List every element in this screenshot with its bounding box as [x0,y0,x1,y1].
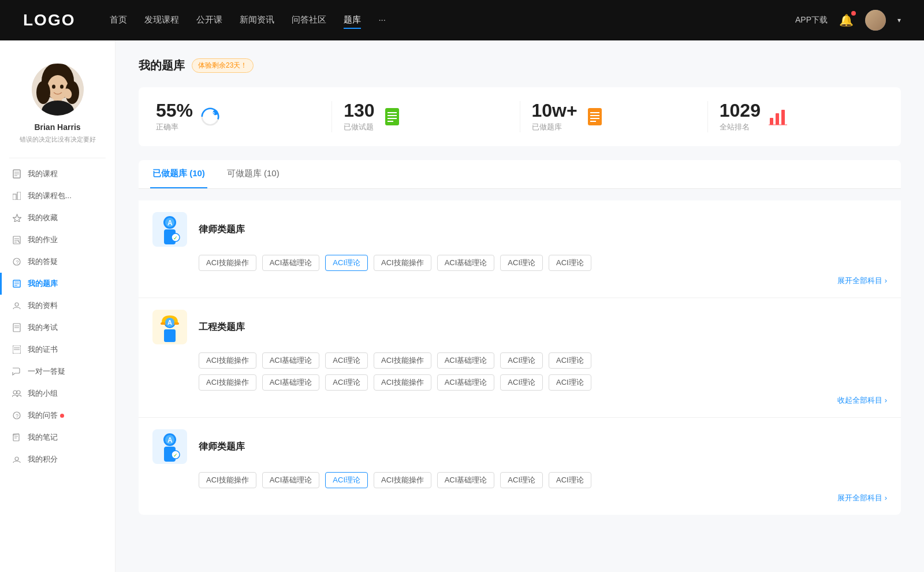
qbank-tag[interactable]: ACI理论 [549,352,591,369]
sidebar-item-certificate[interactable]: 我的证书 [0,339,115,361]
qbank-tag[interactable]: ACI理论 [549,255,591,271]
qbank-item-header: A ✓ 律师类题库 [152,429,887,464]
sidebar-item-label: 我的证书 [28,344,58,355]
qbank-tag[interactable]: ACI理论 [325,374,368,391]
stat-value: 1029 [720,101,761,120]
qbank-tag[interactable]: ACI理论 [500,472,543,488]
nav-home[interactable]: 首页 [110,12,127,29]
qbank-tag[interactable]: ACI技能操作 [374,255,431,271]
svg-rect-14 [13,194,16,200]
stat-label: 已做题库 [532,122,578,132]
qbank-item-header: A 工程类题库 [152,310,887,344]
sidebar-item-profile[interactable]: 我的资料 [0,295,115,317]
qa-icon: ? [12,257,22,267]
qbank-tag[interactable]: ACI理论 [500,255,543,271]
sidebar-item-exam[interactable]: 我的考试 [0,317,115,339]
sidebar-item-label: 我的作业 [28,235,58,245]
collapse-label: 收起全部科目 [837,396,882,404]
bell-icon: 🔔 [839,14,854,27]
stats-card: 55% 正确率 55 130 已做试题 [139,87,901,146]
stat-value: 10w+ [532,101,578,120]
sidebar-item-qa[interactable]: ? 我的答疑 [0,251,115,273]
qbank-tag[interactable]: ACI基础理论 [262,472,320,488]
qbank-avatar-lawyer: A ✓ [152,212,187,247]
sidebar-item-label: 我的积分 [28,454,58,465]
qbank-expand-2[interactable]: 展开全部科目 › [152,493,887,503]
svg-marker-16 [13,214,21,222]
qbank-tag[interactable]: ACI基础理论 [437,352,495,369]
stat-value: 130 [344,101,374,120]
sidebar-item-courses[interactable]: 我的课程 [0,163,115,185]
qbank-tag-active[interactable]: ACI理论 [325,472,368,488]
nav-opencourse[interactable]: 公开课 [196,12,222,29]
sidebar-item-course-packages[interactable]: 我的课程包... [0,185,115,207]
app-download-button[interactable]: APP下载 [795,15,828,25]
sidebar-item-1on1[interactable]: 一对一答疑 [0,361,115,382]
qbank-tag[interactable]: ACI理论 [549,472,591,488]
tab-available[interactable]: 可做题库 (10) [225,160,282,188]
sidebar-item-label: 我的收藏 [28,213,58,223]
svg-text:✓: ✓ [173,235,178,241]
stat-done-questions: 130 已做试题 [344,101,520,132]
svg-rect-58 [770,118,773,125]
qbank-tag[interactable]: ACI基础理论 [437,472,495,488]
sidebar-item-label: 我的课程包... [28,191,72,201]
packages-icon [12,191,22,201]
nav-news[interactable]: 新闻资讯 [240,12,274,29]
notes-icon [12,432,22,443]
qbank-item-engineer: A 工程类题库 ACI技能操作 ACI基础理论 ACI理论 ACI技能操作 AC… [139,298,901,418]
sidebar-item-my-qa[interactable]: ? 我的问答 [0,404,115,426]
qbank-tag[interactable]: ACI理论 [500,374,543,391]
qbank-expand[interactable]: 展开全部科目 › [152,276,887,286]
qbank-tag[interactable]: ACI基础理论 [262,374,320,391]
svg-text:A: A [167,319,172,326]
qbank-item-header: A ✓ 律师类题库 [152,212,887,247]
qbank-tag[interactable]: ACI基础理论 [437,255,495,271]
qbank-tag[interactable]: ACI基础理论 [262,352,320,369]
svg-text:?: ? [16,259,19,265]
one-on-one-icon [12,366,22,377]
qbank-tag[interactable]: ACI理论 [500,352,543,369]
qbank-tag[interactable]: ACI技能操作 [374,352,431,369]
qbank-tag-active[interactable]: ACI理论 [325,255,368,271]
main-layout: Brian Harris 错误的决定比没有决定要好 我的课程 我的课程包... [0,40,924,572]
qbank-tag[interactable]: ACI基础理论 [437,374,495,391]
qbank-tag[interactable]: ACI技能操作 [374,374,431,391]
notification-bell[interactable]: 🔔 [839,13,854,27]
nav-qbank[interactable]: 题库 [344,12,361,29]
qbank-tag[interactable]: ACI基础理论 [262,255,320,271]
sidebar-item-qbank[interactable]: 我的题库 [0,273,115,295]
nav-more[interactable]: ··· [378,12,386,29]
sidebar-item-favorites[interactable]: 我的收藏 [0,207,115,229]
qbank-collapse[interactable]: 收起全部科目 › [152,395,887,406]
points-icon [12,454,22,465]
sidebar-item-label: 一对一答疑 [28,366,65,377]
qbank-tag[interactable]: ACI技能操作 [199,352,256,369]
qbank-tag[interactable]: ACI技能操作 [374,472,431,488]
sidebar-item-label: 我的课程 [28,169,58,179]
sidebar-item-notes[interactable]: 我的笔记 [0,426,115,448]
avatar-chevron-icon[interactable]: ▾ [897,16,901,24]
qbank-title: 工程类题库 [199,321,245,333]
sidebar-item-points[interactable]: 我的积分 [0,448,115,470]
group-icon [12,388,22,399]
svg-point-43 [15,457,18,460]
qbank-tags: ACI技能操作 ACI基础理论 ACI理论 ACI技能操作 ACI基础理论 AC… [199,472,887,488]
tab-done[interactable]: 已做题库 (10) [150,160,207,188]
qbank-tag[interactable]: ACI理论 [325,352,368,369]
nav-menu: 首页 发现课程 公开课 新闻资讯 问答社区 题库 ··· [110,12,795,29]
qbank-tag[interactable]: ACI技能操作 [199,374,256,391]
qbank-tag[interactable]: ACI技能操作 [199,255,256,271]
nav-discover[interactable]: 发现课程 [144,12,179,29]
sidebar-item-group[interactable]: 我的小组 [0,382,115,404]
qbank-section: 已做题库 (10) 可做题库 (10) A [139,160,901,515]
expand-chevron-icon-2: › [885,493,887,502]
nav-qa[interactable]: 问答社区 [292,12,326,29]
svg-rect-53 [588,108,602,125]
qbank-tag[interactable]: ACI技能操作 [199,472,256,488]
stat-number-done: 130 已做试题 [344,101,374,132]
qbank-tag[interactable]: ACI理论 [549,374,591,391]
qbank-tags: ACI技能操作 ACI基础理论 ACI理论 ACI技能操作 ACI基础理论 AC… [199,255,887,271]
sidebar-item-homework[interactable]: 我的作业 [0,229,115,251]
avatar[interactable] [865,10,886,31]
